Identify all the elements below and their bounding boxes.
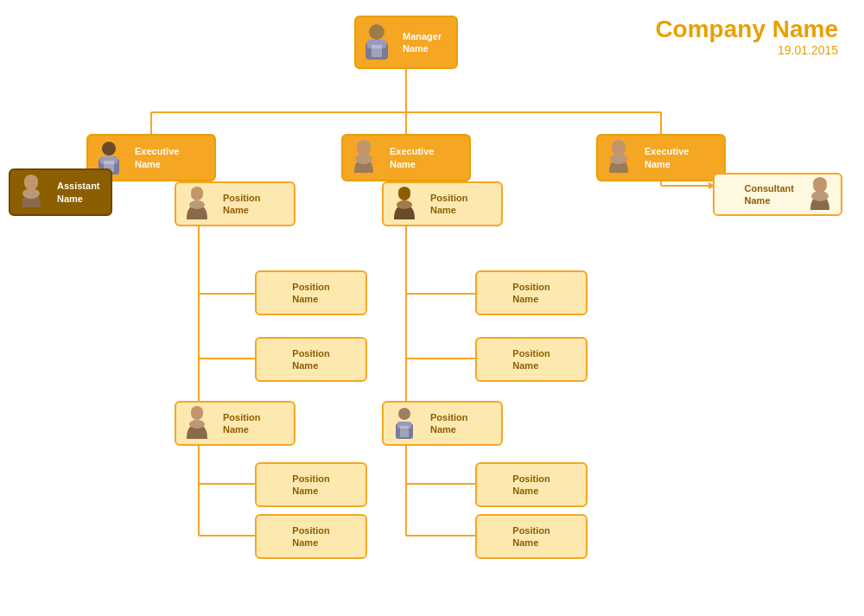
pos-l5-node[interactable]: Position Name — [255, 462, 367, 507]
pos-l3-node[interactable]: Position Name — [255, 337, 367, 382]
pos-m1-text: Position Name — [425, 188, 473, 220]
manager-text: Manager Name — [397, 27, 447, 59]
svg-point-55 — [22, 188, 40, 199]
pos-l4-node[interactable]: Position Name — [175, 401, 295, 446]
pos-l4-text: Position Name — [218, 408, 265, 440]
manager-node[interactable]: Manager Name — [354, 16, 458, 69]
org-chart: Company Name 19.01.2015 Manager Name — [0, 0, 864, 616]
svg-point-64 — [189, 420, 205, 429]
svg-point-60 — [191, 187, 203, 197]
consultant-icon — [799, 175, 841, 214]
pos-l5-text: Position Name — [283, 469, 338, 501]
consultant-text: Consultant Name — [740, 179, 799, 211]
pos-m6-text: Position Name — [504, 521, 558, 553]
exec3-icon — [598, 136, 639, 180]
svg-point-54 — [24, 175, 38, 187]
svg-rect-71 — [400, 426, 409, 437]
pos-m5-node[interactable]: Position Name — [475, 462, 588, 507]
exec2-node[interactable]: Executive Name — [341, 134, 471, 181]
pos-l6-node[interactable]: Position Name — [255, 514, 367, 559]
assistant-text: Assistant Name — [52, 176, 105, 208]
svg-point-57 — [813, 177, 827, 189]
pos-l1-text: Position Name — [218, 188, 265, 220]
svg-point-48 — [357, 140, 371, 152]
svg-point-66 — [398, 187, 410, 197]
svg-point-68 — [398, 408, 410, 420]
pos-l2-node[interactable]: Position Name — [255, 270, 367, 315]
assistant-node[interactable]: Assistant Name — [9, 168, 112, 216]
pos-m2-node[interactable]: Position Name — [475, 270, 588, 315]
svg-point-49 — [355, 154, 372, 164]
exec3-node[interactable]: Executive Name — [596, 134, 726, 181]
svg-point-61 — [189, 200, 205, 209]
pos-m1-node[interactable]: Position Name — [382, 181, 503, 226]
exec2-icon — [343, 136, 384, 180]
company-name: Company Name — [655, 16, 838, 43]
pos-m1-icon — [384, 183, 425, 225]
pos-m5-text: Position Name — [504, 469, 558, 501]
manager-icon — [356, 17, 397, 67]
exec1-text: Executive Name — [130, 142, 184, 174]
pos-l1-icon — [176, 183, 218, 225]
svg-point-43 — [102, 142, 116, 156]
svg-point-52 — [610, 154, 627, 164]
svg-rect-42 — [372, 45, 382, 57]
exec3-text: Executive Name — [639, 142, 694, 174]
pos-m3-node[interactable]: Position Name — [475, 337, 588, 382]
pos-l3-text: Position Name — [283, 344, 338, 376]
consultant-node[interactable]: Consultant Name — [713, 173, 842, 216]
svg-point-63 — [191, 406, 203, 416]
pos-m6-node[interactable]: Position Name — [475, 514, 588, 559]
assistant-icon — [10, 170, 52, 214]
pos-m2-text: Position Name — [504, 277, 558, 309]
pos-l6-text: Position Name — [283, 521, 338, 553]
connector-lines — [0, 0, 864, 616]
svg-point-39 — [369, 24, 384, 40]
svg-point-51 — [612, 140, 626, 152]
pos-l4-icon — [176, 403, 218, 444]
pos-m4-text: Position Name — [425, 408, 473, 440]
pos-m4-icon — [384, 403, 425, 444]
pos-l1-node[interactable]: Position Name — [175, 181, 295, 226]
pos-l2-text: Position Name — [283, 277, 338, 309]
exec2-text: Executive Name — [384, 142, 439, 174]
pos-m4-node[interactable]: Position Name — [382, 401, 503, 446]
company-header: Company Name 19.01.2015 — [655, 16, 838, 57]
svg-point-67 — [397, 200, 412, 209]
svg-point-58 — [811, 191, 829, 201]
pos-m3-text: Position Name — [504, 344, 558, 376]
company-date: 19.01.2015 — [655, 43, 838, 57]
